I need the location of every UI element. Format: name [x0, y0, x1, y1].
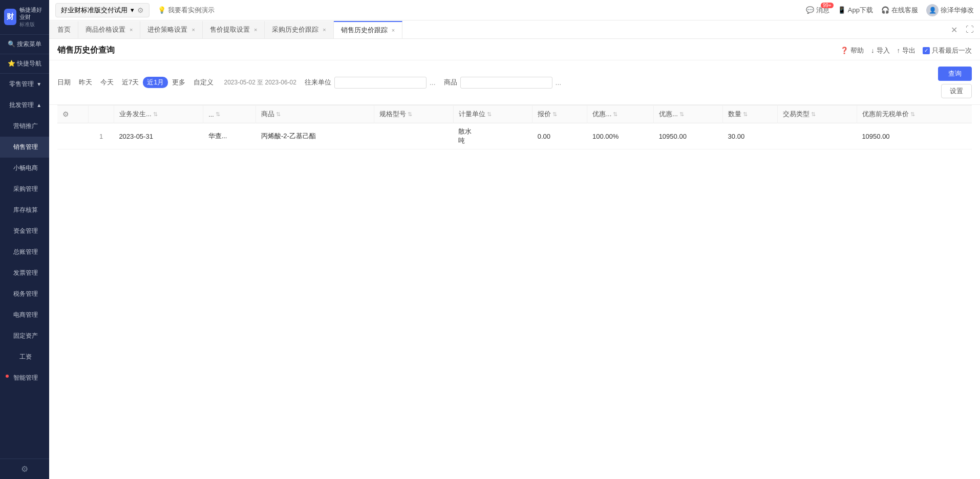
tab-sale-history-label: 销售历史价跟踪: [341, 26, 388, 35]
sidebar-item-inventory[interactable]: 库存核算: [0, 200, 49, 221]
tab-sale-history-close[interactable]: ×: [392, 28, 395, 33]
sidebar-logo: 财 畅捷通好业财 标准版: [0, 0, 49, 35]
th-discount2[interactable]: 优惠... ⇅: [654, 105, 723, 123]
date-option-today[interactable]: 今天: [96, 77, 118, 88]
unit-dots[interactable]: ...: [430, 78, 436, 86]
sort-icon-discount2: ⇅: [679, 111, 684, 118]
tab-home-label: 首页: [57, 25, 71, 34]
tab-product-price-close[interactable]: ×: [130, 27, 133, 33]
workspace-settings-icon[interactable]: ⚙: [137, 6, 144, 14]
export-button[interactable]: ↑ 导出: [897, 46, 916, 55]
sidebar-item-payroll[interactable]: 工资: [0, 346, 49, 367]
sidebar-item-retail[interactable]: 零售管理 ▼: [0, 74, 49, 95]
sidebar-item-smart[interactable]: 智能管理: [0, 367, 49, 388]
th-quantity[interactable]: 数量 ⇅: [723, 105, 778, 123]
tabs-bar-controls: ✕ ⛶: [945, 21, 980, 38]
tab-home[interactable]: 首页: [49, 21, 78, 38]
query-button[interactable]: 查询: [938, 67, 972, 81]
tab-sale-price-close[interactable]: ×: [254, 27, 257, 33]
sidebar-item-sales[interactable]: 销售管理: [0, 137, 49, 158]
filter-actions: 查询 设置: [938, 67, 972, 98]
th-trans-type[interactable]: 交易类型 ⇅: [778, 105, 857, 123]
th-pretax-price[interactable]: 优惠前无税单价 ⇅: [857, 105, 972, 123]
th-discount1-label: 优惠...: [592, 110, 611, 119]
demo-label: 我要看实例演示: [168, 6, 215, 15]
sidebar-search[interactable]: 🔍 搜索菜单: [0, 35, 49, 54]
tabs-bar: 首页 商品价格设置 × 进价策略设置 × 售价提取设置 × 采购历史价跟踪 × …: [49, 20, 980, 39]
sidebar-item-wholesale[interactable]: 批发管理 ▲: [0, 95, 49, 116]
tab-sale-price-label: 售价提取设置: [210, 25, 250, 34]
unit-label: 往来单位: [305, 78, 331, 87]
settings-icon[interactable]: ⚙: [21, 465, 28, 473]
unit-input[interactable]: [334, 77, 427, 89]
th-unit-label: 计量单位: [459, 110, 485, 119]
product-filter-group: 商品 ...: [444, 77, 562, 89]
sort-icon-pretax: ⇅: [910, 111, 915, 118]
th-index: [89, 105, 114, 123]
sidebar-item-marketing[interactable]: 营销推广: [0, 116, 49, 137]
tab-purchase-history-close[interactable]: ×: [323, 27, 326, 33]
date-option-7days[interactable]: 近7天: [118, 77, 143, 88]
tab-price-strategy[interactable]: 进价策略设置 ×: [140, 21, 202, 38]
tab-purchase-history[interactable]: 采购历史价跟踪 ×: [265, 21, 333, 38]
th-date[interactable]: 业务发生... ⇅: [114, 105, 203, 123]
tab-product-price[interactable]: 商品价格设置 ×: [78, 21, 140, 38]
th-spec[interactable]: 规格型号 ⇅: [374, 105, 454, 123]
row-unit: 散水 吨: [453, 123, 532, 149]
date-option-1month[interactable]: 近1月: [143, 77, 168, 88]
th-discount1[interactable]: 优惠... ⇅: [587, 105, 654, 123]
row-discount1: 100.00%: [587, 123, 654, 149]
sort-icon: ⇅: [153, 111, 158, 118]
help-button[interactable]: ❓ 帮助: [840, 46, 864, 55]
export-label: 导出: [902, 46, 915, 55]
app-download-button[interactable]: 📱 App下载: [838, 6, 873, 15]
settings-button[interactable]: 设置: [941, 84, 972, 98]
sort-icon-spec: ⇅: [408, 111, 412, 118]
tab-sale-history[interactable]: 销售历史价跟踪 ×: [334, 21, 402, 38]
sidebar-item-ecommerce[interactable]: 电商管理: [0, 304, 49, 325]
date-option-custom[interactable]: 自定义: [189, 77, 218, 88]
sidebar-item-ledger[interactable]: 总账管理: [0, 242, 49, 263]
sidebar: 财 畅捷通好业财 标准版 🔍 搜索菜单 ⭐ 快捷导航 零售管理 ▼ 批发管理 ▲…: [0, 0, 49, 479]
only-last-checkbox-group[interactable]: ✓ 只看最后一次: [923, 46, 972, 55]
row-quantity: 30.00: [723, 123, 778, 149]
product-dots[interactable]: ...: [556, 78, 562, 86]
demo-button[interactable]: 💡 我要看实例演示: [158, 6, 215, 15]
workspace-selector[interactable]: 好业财标准版交付试用 ▾ ⚙: [55, 3, 150, 17]
online-service-button[interactable]: 🎧 在线客服: [881, 6, 918, 15]
product-input[interactable]: [460, 77, 552, 89]
gear-icon[interactable]: ⚙: [62, 110, 69, 118]
topbar-right: 💬 消息 99+ 📱 App下载 🎧 在线客服 👤 徐泽华修改: [806, 4, 974, 16]
th-gear[interactable]: ⚙: [57, 105, 89, 123]
sidebar-item-ecommerce-small[interactable]: 小畅电商: [0, 158, 49, 179]
only-last-checkbox[interactable]: ✓: [923, 47, 930, 54]
tab-price-strategy-close[interactable]: ×: [191, 27, 195, 33]
tab-expand-icon[interactable]: ⛶: [964, 24, 976, 35]
th-price[interactable]: 报价 ⇅: [532, 105, 587, 123]
app-edition: 标准版: [19, 21, 45, 28]
tab-sale-price[interactable]: 售价提取设置 ×: [203, 21, 265, 38]
date-option-yesterday[interactable]: 昨天: [75, 77, 96, 88]
date-option-more[interactable]: 更多: [168, 77, 189, 88]
user-menu[interactable]: 👤 徐泽华修改: [926, 4, 974, 16]
th-product[interactable]: 商品 ⇅: [256, 105, 374, 123]
page-header-actions: ❓ 帮助 ↓ 导入 ↑ 导出 ✓ 只看最后一次: [840, 46, 972, 55]
tab-close-all-icon[interactable]: ✕: [949, 24, 960, 36]
row-price: 0.00: [532, 123, 587, 149]
import-button[interactable]: ↓ 导入: [871, 46, 890, 55]
row-index: 1: [89, 123, 114, 149]
sidebar-quick-nav[interactable]: ⭐ 快捷导航: [0, 54, 49, 74]
th-extra[interactable]: ... ⇅: [203, 105, 256, 123]
th-trans-type-label: 交易类型: [783, 110, 809, 119]
sidebar-item-fixed-assets[interactable]: 固定资产: [0, 325, 49, 346]
sidebar-item-finance[interactable]: 资金管理: [0, 221, 49, 242]
message-badge: 99+: [821, 3, 834, 8]
sidebar-item-invoice[interactable]: 发票管理: [0, 263, 49, 284]
export-icon: ↑: [897, 47, 901, 54]
sidebar-item-tax[interactable]: 税务管理: [0, 284, 49, 304]
th-unit[interactable]: 计量单位 ⇅: [453, 105, 532, 123]
row-unit-label1: 散水: [458, 127, 472, 135]
message-button[interactable]: 💬 消息 99+: [806, 6, 829, 15]
tab-price-strategy-label: 进价策略设置: [147, 25, 187, 34]
sidebar-item-purchase[interactable]: 采购管理: [0, 179, 49, 200]
